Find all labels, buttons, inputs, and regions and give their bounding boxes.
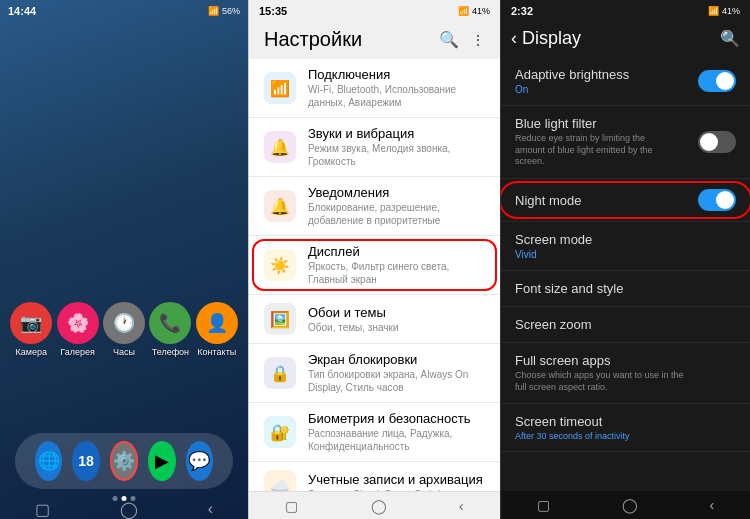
dock-chrome[interactable]: 🌐: [35, 441, 62, 481]
camera-icon: 📷: [10, 302, 52, 344]
screen2-settings: 15:35 📶 41% Настройки 🔍 ⋮ 📶 Подключения …: [248, 0, 500, 519]
adaptive-status: On: [515, 84, 698, 95]
nav3-home-icon[interactable]: ◯: [622, 497, 638, 513]
gallery-label: Галерея: [60, 347, 95, 357]
adaptive-toggle[interactable]: [698, 70, 736, 92]
biometrics-subtitle: Распознавание лица, Радужка, Конфиденциа…: [308, 427, 485, 453]
nightmode-toggle[interactable]: [698, 189, 736, 211]
connections-subtitle: Wi-Fi, Bluetooth, Использование данных, …: [308, 83, 485, 109]
camera-label: Камера: [15, 347, 46, 357]
nav3-back-icon[interactable]: ‹: [709, 497, 714, 513]
nav-home-icon[interactable]: ◯: [120, 500, 138, 519]
screen1-status-icons: 📶 56%: [208, 6, 240, 16]
gallery-icon: 🌸: [57, 302, 99, 344]
dock-play[interactable]: ▶: [148, 441, 175, 481]
sounds-icon: 🔔: [264, 131, 296, 163]
dock-messages[interactable]: 💬: [186, 441, 213, 481]
adaptive-text: Adaptive brightness On: [515, 67, 698, 95]
connections-title: Подключения: [308, 67, 485, 82]
notifications-subtitle: Блокирование, разрешение, добавление в п…: [308, 201, 485, 227]
bluelight-title: Blue light filter: [515, 116, 698, 131]
display-item-fontsize[interactable]: Font size and style: [501, 271, 750, 307]
biometrics-title: Биометрия и безопасность: [308, 411, 485, 426]
biometrics-icon: 🔐: [264, 416, 296, 448]
settings-item-sounds[interactable]: 🔔 Звуки и вибрация Режим звука, Мелодия …: [249, 118, 500, 177]
fontsize-title: Font size and style: [515, 281, 736, 296]
screenmode-status: Vivid: [515, 249, 736, 260]
fontsize-text: Font size and style: [515, 281, 736, 296]
display-item-bluelight[interactable]: Blue light filter Reduce eye strain by l…: [501, 106, 750, 179]
adaptive-title: Adaptive brightness: [515, 67, 698, 82]
display-item-adaptive[interactable]: Adaptive brightness On: [501, 57, 750, 106]
wallpaper-icon: 🖼️: [264, 303, 296, 335]
app-gallery[interactable]: 🌸 Галерея: [56, 302, 98, 357]
settings-item-lockscreen[interactable]: 🔒 Экран блокировки Тип блокировки экрана…: [249, 344, 500, 403]
bluelight-desc: Reduce eye strain by limiting the amount…: [515, 133, 675, 168]
screen3-search-icon[interactable]: 🔍: [720, 29, 740, 48]
nightmode-title: Night mode: [515, 193, 698, 208]
back-button[interactable]: ‹: [511, 28, 517, 49]
phone-label: Телефон: [152, 347, 189, 357]
search-icon[interactable]: 🔍: [439, 30, 459, 49]
bluelight-toggle[interactable]: [698, 131, 736, 153]
screen2-title: Настройки: [264, 28, 362, 51]
screen2-nav: ▢ ◯ ‹: [249, 491, 500, 519]
nav2-home-icon[interactable]: ◯: [371, 498, 387, 514]
nav-recents-icon[interactable]: ▢: [35, 500, 50, 519]
app-camera[interactable]: 📷 Камера: [10, 302, 52, 357]
sounds-text: Звуки и вибрация Режим звука, Мелодия зв…: [308, 126, 485, 168]
dock-settings[interactable]: ⚙️: [110, 441, 139, 481]
display-item-screenzoom[interactable]: Screen zoom: [501, 307, 750, 343]
screen1-nav: ▢ ◯ ‹: [0, 499, 248, 519]
wifi-icon: 📶: [208, 6, 219, 16]
wallpaper-title: Обои и темы: [308, 305, 485, 320]
display-item-timeout[interactable]: Screen timeout After 30 seconds of inact…: [501, 404, 750, 452]
more-icon[interactable]: ⋮: [471, 32, 485, 48]
settings-item-connections[interactable]: 📶 Подключения Wi-Fi, Bluetooth, Использо…: [249, 59, 500, 118]
lockscreen-text: Экран блокировки Тип блокировки экрана, …: [308, 352, 485, 394]
lockscreen-subtitle: Тип блокировки экрана, Always On Display…: [308, 368, 485, 394]
screen1-status-bar: 14:44 📶 56%: [0, 0, 248, 22]
fullscreen-desc: Choose which apps you want to use in the…: [515, 370, 695, 393]
settings-item-wallpaper[interactable]: 🖼️ Обои и темы Обои, темы, значки: [249, 295, 500, 344]
settings-item-notifications[interactable]: 🔔 Уведомления Блокирование, разрешение, …: [249, 177, 500, 236]
settings-item-biometrics[interactable]: 🔐 Биометрия и безопасность Распознавание…: [249, 403, 500, 462]
dock-calendar[interactable]: 18: [72, 441, 99, 481]
contacts-icon: 👤: [196, 302, 238, 344]
nav2-recents-icon[interactable]: ▢: [285, 498, 298, 514]
nav2-back-icon[interactable]: ‹: [459, 498, 464, 514]
timeout-text: Screen timeout After 30 seconds of inact…: [515, 414, 736, 441]
app-phone[interactable]: 📞 Телефон: [149, 302, 191, 357]
screenmode-text: Screen mode Vivid: [515, 232, 736, 260]
wallpaper-subtitle: Обои, темы, значки: [308, 321, 485, 334]
lockscreen-title: Экран блокировки: [308, 352, 485, 367]
settings-item-display[interactable]: ☀️ Дисплей Яркость, Фильтр синего света,…: [249, 236, 500, 295]
nav3-recents-icon[interactable]: ▢: [537, 497, 550, 513]
sounds-subtitle: Режим звука, Мелодия звонка, Громкость: [308, 142, 485, 168]
screen3-nav: ▢ ◯ ‹: [501, 491, 750, 519]
nightmode-text: Night mode: [515, 193, 698, 208]
screen3-header: ‹ Display 🔍: [501, 22, 750, 57]
display-item-screenmode[interactable]: Screen mode Vivid: [501, 222, 750, 271]
timeout-title: Screen timeout: [515, 414, 736, 429]
bluelight-text: Blue light filter Reduce eye strain by l…: [515, 116, 698, 168]
app-clock[interactable]: 🕐 Часы: [103, 302, 145, 357]
screen2-battery-icon: 41%: [472, 6, 490, 16]
screen3-wifi-icon: 📶: [708, 6, 719, 16]
display-item-nightmode[interactable]: Night mode: [501, 179, 750, 222]
app-grid: 📷 Камера 🌸 Галерея 🕐 Часы 📞 Телефон 👤 Ко…: [0, 302, 248, 357]
display-subtitle: Яркость, Фильтр синего света, Главный эк…: [308, 260, 485, 286]
screenzoom-title: Screen zoom: [515, 317, 736, 332]
notifications-title: Уведомления: [308, 185, 485, 200]
timeout-status: After 30 seconds of inactivity: [515, 431, 736, 441]
display-text: Дисплей Яркость, Фильтр синего света, Гл…: [308, 244, 485, 286]
sounds-title: Звуки и вибрация: [308, 126, 485, 141]
display-item-fullscreen[interactable]: Full screen apps Choose which apps you w…: [501, 343, 750, 404]
nav-back-icon[interactable]: ‹: [208, 500, 213, 518]
lockscreen-icon: 🔒: [264, 357, 296, 389]
header-icons: 🔍 ⋮: [439, 30, 485, 49]
screen1-time: 14:44: [8, 5, 36, 17]
phone-icon: 📞: [149, 302, 191, 344]
app-contacts[interactable]: 👤 Контакты: [196, 302, 238, 357]
dock: 🌐 18 ⚙️ ▶ 💬: [15, 433, 233, 489]
